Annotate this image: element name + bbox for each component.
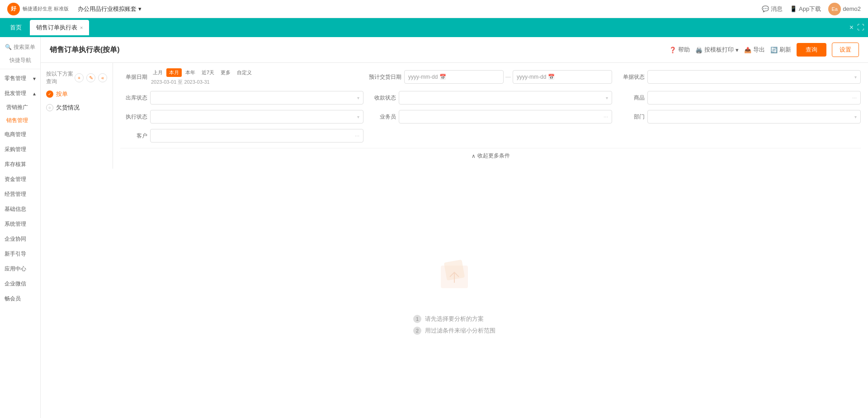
sidebar-item-member[interactable]: 畅会员 xyxy=(0,291,40,306)
help-btn[interactable]: ❓ 帮助 xyxy=(669,46,690,54)
filter-row-4: 客户 ··· xyxy=(120,129,861,142)
goods-input[interactable]: ··· xyxy=(647,91,861,104)
logo-text: 畅捷通好生意 标准版 xyxy=(23,5,69,12)
page-header: 销售订单执行表(按单) ❓ 帮助 🖨️ 按模板打印 📤 导出 🔄 刷新 xyxy=(41,37,868,63)
company-select[interactable]: 办公用品行业模拟账套 xyxy=(78,5,142,13)
inventory-label: 库存核算 xyxy=(5,161,26,168)
sidebar-quick-nav[interactable]: 快捷导航 xyxy=(0,54,40,67)
export-label: 导出 xyxy=(753,46,765,54)
sidebar-item-basic[interactable]: 基础信息 xyxy=(0,202,40,217)
sidebar-item-system[interactable]: 系统管理 xyxy=(0,217,40,232)
date-from-input[interactable]: yyyy-mm-dd 📅 xyxy=(404,70,504,84)
filter-layout: 按以下方案查询 + ✎ « xyxy=(41,63,868,169)
query-button[interactable]: 查询 xyxy=(797,43,826,57)
scheme-icon-按单: ✓ xyxy=(46,90,53,98)
sidebar-item-ecommerce[interactable]: 电商管理 xyxy=(0,127,40,142)
collection-label: 收款状态 xyxy=(369,94,396,102)
marketing-label: 营销推广 xyxy=(6,104,28,111)
newbie-label: 新手引导 xyxy=(5,250,26,258)
sidebar-item-appstore[interactable]: 应用中心 xyxy=(0,261,40,276)
retail-label: 零售管理 xyxy=(5,75,26,82)
tab-home[interactable]: 首页 xyxy=(4,20,28,35)
top-bar-left: 好 畅捷通好生意 标准版 办公用品行业模拟账套 xyxy=(7,3,142,15)
sidebar-item-purchase[interactable]: 采购管理 xyxy=(0,142,40,157)
avatar: Ea xyxy=(828,3,841,15)
refresh-label: 刷新 xyxy=(779,46,791,54)
execution-select[interactable]: ▾ xyxy=(150,110,363,124)
filter-row-2: 出库状态 ▾ 收款状态 ▾ 商品 xyxy=(120,91,861,104)
operation-label: 经营管理 xyxy=(5,190,26,198)
date-tab-custom[interactable]: 自定义 xyxy=(234,68,255,77)
sales-rep-label: 业务员 xyxy=(369,113,396,121)
empty-state: 1 请先选择要分析的方案 2 用过滤条件来缩小分析范围 xyxy=(41,169,868,418)
app-icon: 📱 xyxy=(790,5,797,12)
add-scheme-btn[interactable]: + xyxy=(75,73,84,82)
sidebar-item-inventory[interactable]: 库存核算 xyxy=(0,157,40,172)
date-tab-last-7-days[interactable]: 近7天 xyxy=(199,68,217,77)
date-to-input[interactable]: yyyy-mm-dd 📅 xyxy=(513,70,612,84)
edit-scheme-btn[interactable]: ✎ xyxy=(86,73,95,82)
sidebar-item-retail[interactable]: 零售管理 xyxy=(0,71,40,86)
scheme-欠货情况[interactable]: ○ 欠货情况 xyxy=(41,101,113,114)
filter-sidebar: 按以下方案查询 + ✎ « xyxy=(41,63,113,169)
goods-more-icon: ··· xyxy=(852,95,857,101)
scheme-label-欠货情况: 欠货情况 xyxy=(56,104,80,112)
collapse-btn[interactable]: ∧ 收起更多条件 xyxy=(120,148,861,163)
execution-dropdown-icon: ▾ xyxy=(357,114,359,119)
customer-input[interactable]: ··· xyxy=(150,129,363,142)
tab-close-icon[interactable]: × xyxy=(80,25,83,30)
refresh-btn[interactable]: 🔄 刷新 xyxy=(770,46,791,54)
date-tab-more[interactable]: 更多 xyxy=(218,68,233,77)
tab-bar: 首页 销售订单执行表 × × ⛶ xyxy=(0,18,868,37)
sidebar-item-wechat[interactable]: 企业微信 xyxy=(0,276,40,291)
tab-close-btn[interactable]: × xyxy=(849,24,854,32)
sidebar-item-marketing[interactable]: 营销推广 xyxy=(0,101,40,114)
message-btn[interactable]: 💬 消息 xyxy=(762,5,783,13)
appstore-label: 应用中心 xyxy=(5,265,26,273)
sidebar-item-sales[interactable]: 销售管理 xyxy=(0,114,40,127)
goods-label: 商品 xyxy=(618,94,645,102)
sidebar: 🔍 搜索菜单 快捷导航 零售管理 批发管理 营销推广 销售管理 电商管理 采购管… xyxy=(0,37,41,418)
collection-dropdown-icon: ▾ xyxy=(606,95,608,100)
logo-area: 好 畅捷通好生意 标准版 xyxy=(7,3,69,15)
company-dropdown-icon xyxy=(138,5,142,12)
sidebar-item-enterprise[interactable]: 企业协同 xyxy=(0,232,40,247)
logo-icon: 好 xyxy=(7,3,20,15)
app-download-btn[interactable]: 📱 App下载 xyxy=(790,5,821,13)
export-btn[interactable]: 📤 导出 xyxy=(744,46,765,54)
date-tab-this-year[interactable]: 本年 xyxy=(183,68,198,77)
date-tab-last-month[interactable]: 上月 xyxy=(150,68,165,77)
search-label: 搜索菜单 xyxy=(14,44,35,50)
system-label: 系统管理 xyxy=(5,220,26,228)
user-area[interactable]: Ea demo2 xyxy=(828,3,861,15)
status-select[interactable]: ▾ xyxy=(647,70,861,84)
collapse-sidebar-btn[interactable]: « xyxy=(98,73,107,82)
collection-select[interactable]: ▾ xyxy=(399,91,612,104)
date-range-hint: 2023-03-01 至 2023-03-31 xyxy=(150,79,363,86)
date-from-calendar-icon: 📅 xyxy=(439,74,446,80)
help-icon: ❓ xyxy=(669,47,676,53)
filter-content: 单据日期 上月 本月 本年 近7天 更多 自定义 xyxy=(113,63,868,169)
department-select[interactable]: ▾ xyxy=(647,110,861,124)
filter-row-3: 执行状态 ▾ 业务员 ··· 部门 xyxy=(120,110,861,124)
settings-button[interactable]: 设置 xyxy=(832,43,859,57)
sales-rep-input[interactable]: ··· xyxy=(399,110,612,124)
sidebar-item-operation[interactable]: 经营管理 xyxy=(0,187,40,202)
sidebar-item-finance[interactable]: 资金管理 xyxy=(0,172,40,187)
sidebar-item-newbie[interactable]: 新手引导 xyxy=(0,247,40,261)
top-bar: 好 畅捷通好生意 标准版 办公用品行业模拟账套 💬 消息 📱 App下载 Ea … xyxy=(0,0,868,18)
print-btn[interactable]: 🖨️ 按模板打印 xyxy=(695,46,739,54)
sidebar-search[interactable]: 🔍 搜索菜单 xyxy=(0,41,40,54)
message-icon: 💬 xyxy=(762,5,769,12)
edit-scheme-icon: ✎ xyxy=(89,75,93,81)
filter-item-customer: 客户 ··· xyxy=(120,129,363,142)
collapse-icon: ∧ xyxy=(472,153,476,159)
sidebar-item-wholesale[interactable]: 批发管理 xyxy=(0,86,40,101)
outbound-select[interactable]: ▾ xyxy=(150,91,363,104)
date-tab-this-month[interactable]: 本月 xyxy=(166,68,182,77)
outbound-dropdown-icon: ▾ xyxy=(357,95,359,100)
tab-expand-btn[interactable]: ⛶ xyxy=(857,24,864,32)
scheme-按单[interactable]: ✓ 按单 xyxy=(41,87,113,101)
filter-sidebar-title: 按以下方案查询 + ✎ « xyxy=(41,68,113,87)
tab-sales-order[interactable]: 销售订单执行表 × xyxy=(30,20,89,35)
